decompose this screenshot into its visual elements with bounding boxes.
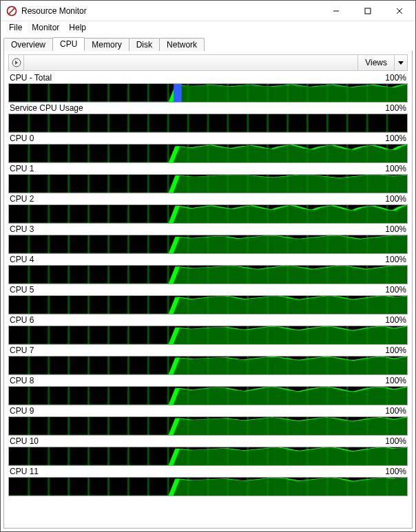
tab-content: Views CPU - Total100%Service CPU Usage10… — [3, 50, 413, 529]
graph-header: Service CPU Usage100% — [8, 103, 408, 114]
graph-label: CPU - Total — [10, 73, 52, 83]
graph-canvas — [8, 174, 408, 193]
graph-max-label: 100% — [385, 73, 406, 83]
graph-max-label: 100% — [385, 255, 406, 264]
graph-max-label: 100% — [385, 345, 406, 355]
graph-label: CPU 7 — [10, 345, 34, 355]
graph-canvas — [8, 235, 408, 254]
graph-row: CPU 9100% — [8, 406, 408, 436]
graph-row: CPU - Total100% — [8, 73, 408, 103]
graph-row: CPU 8100% — [8, 376, 408, 405]
graph-row: Service CPU Usage100% — [8, 103, 408, 133]
titlebar: Resource Monitor — [1, 1, 415, 21]
graph-max-label: 100% — [385, 436, 406, 446]
minimize-button[interactable] — [320, 1, 352, 21]
tab-cpu[interactable]: CPU — [52, 37, 85, 51]
graph-label: CPU 10 — [10, 436, 39, 446]
graph-header: CPU 1100% — [8, 164, 408, 174]
graph-label: CPU 2 — [10, 194, 34, 204]
graph-label: CPU 3 — [10, 224, 34, 234]
graph-max-label: 100% — [385, 103, 406, 113]
graph-max-label: 100% — [385, 224, 406, 234]
graph-header: CPU 3100% — [8, 224, 408, 235]
graph-row: CPU 5100% — [8, 285, 408, 315]
graph-max-label: 100% — [385, 285, 406, 295]
graph-row: CPU 7100% — [8, 345, 408, 375]
graph-canvas — [8, 83, 408, 103]
graph-max-label: 100% — [385, 376, 406, 385]
menubar: File Monitor Help — [1, 21, 415, 35]
graph-label: CPU 9 — [10, 406, 34, 416]
graph-label: Service CPU Usage — [10, 103, 83, 113]
tab-strip: Overview CPU Memory Disk Network — [1, 35, 415, 50]
views-toolbar: Views — [8, 54, 408, 71]
graph-canvas — [8, 204, 408, 224]
graph-row: CPU 3100% — [8, 224, 408, 254]
cpu-graphs-list: CPU - Total100%Service CPU Usage100%CPU … — [8, 73, 408, 524]
graph-header: CPU 5100% — [8, 285, 408, 295]
window-title: Resource Monitor — [21, 6, 87, 16]
graph-header: CPU 0100% — [8, 134, 408, 144]
graph-canvas — [8, 477, 408, 496]
graph-header: CPU 8100% — [8, 376, 408, 386]
graph-header: CPU 7100% — [8, 345, 408, 356]
resource-monitor-icon — [6, 6, 17, 17]
svg-rect-3 — [365, 8, 371, 14]
graph-canvas — [8, 416, 408, 436]
maximize-button[interactable] — [352, 1, 384, 21]
graph-max-label: 100% — [385, 194, 406, 204]
graph-canvas — [8, 447, 408, 466]
graph-header: CPU 4100% — [8, 255, 408, 265]
menu-monitor[interactable]: Monitor — [28, 21, 63, 34]
graph-row: CPU 1100% — [8, 164, 408, 193]
graph-row: CPU 0100% — [8, 134, 408, 163]
graph-label: CPU 11 — [10, 467, 39, 476]
collapse-panel-button[interactable] — [9, 55, 24, 70]
graph-row: CPU 6100% — [8, 315, 408, 345]
graph-header: CPU - Total100% — [8, 73, 408, 83]
graph-label: CPU 6 — [10, 315, 34, 325]
graph-label: CPU 0 — [10, 134, 34, 143]
graph-header: CPU 6100% — [8, 315, 408, 326]
graph-max-label: 100% — [385, 134, 406, 143]
close-button[interactable] — [384, 1, 415, 21]
graph-canvas — [8, 326, 408, 345]
graph-header: CPU 11100% — [8, 467, 408, 477]
menu-help[interactable]: Help — [65, 21, 90, 34]
views-dropdown-icon[interactable] — [395, 60, 407, 65]
graph-label: CPU 4 — [10, 255, 34, 264]
graph-canvas — [8, 144, 408, 163]
menu-file[interactable]: File — [5, 21, 26, 34]
graph-canvas — [8, 114, 408, 133]
views-button[interactable]: Views — [357, 55, 407, 70]
graph-max-label: 100% — [385, 406, 406, 416]
graph-row: CPU 10100% — [8, 436, 408, 466]
graph-canvas — [8, 386, 408, 405]
graph-max-label: 100% — [385, 315, 406, 325]
window: Resource Monitor File Monitor Help Overv… — [1, 1, 415, 531]
graph-label: CPU 8 — [10, 376, 34, 385]
graph-row: CPU 11100% — [8, 467, 408, 496]
graph-row: CPU 4100% — [8, 255, 408, 284]
graph-header: CPU 2100% — [8, 194, 408, 204]
graph-canvas — [8, 295, 408, 315]
graph-canvas — [8, 265, 408, 284]
views-button-label: Views — [358, 55, 395, 70]
graph-header: CPU 10100% — [8, 436, 408, 447]
tab-network[interactable]: Network — [159, 38, 205, 51]
tab-memory[interactable]: Memory — [84, 38, 129, 51]
graph-max-label: 100% — [385, 164, 406, 173]
graph-row: CPU 2100% — [8, 194, 408, 224]
graph-header: CPU 9100% — [8, 406, 408, 416]
graph-canvas — [8, 356, 408, 375]
tab-overview[interactable]: Overview — [3, 38, 53, 51]
graph-label: CPU 5 — [10, 285, 34, 295]
graph-max-label: 100% — [385, 467, 406, 476]
graph-label: CPU 1 — [10, 164, 34, 173]
tab-disk[interactable]: Disk — [129, 38, 160, 51]
